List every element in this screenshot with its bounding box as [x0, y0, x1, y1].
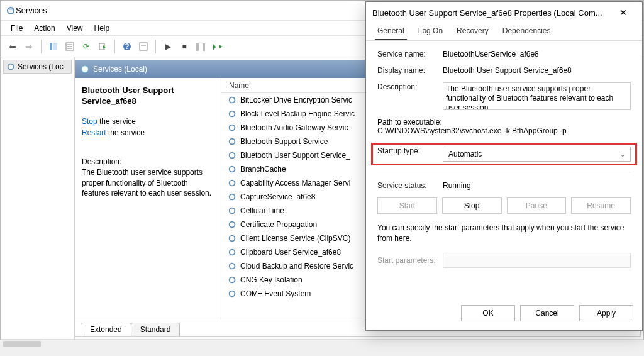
cancel-button[interactable]: Cancel: [520, 305, 574, 321]
service-name: Bluetooth User Support Service_: [240, 151, 350, 160]
svg-point-28: [230, 291, 235, 297]
startup-type-select[interactable]: Automatic ⌄: [443, 147, 631, 162]
value-service-status: Running: [443, 181, 631, 190]
pause-button[interactable]: Pause: [507, 197, 567, 214]
value-path: C:\WINDOWS\system32\svchost.exe -k BthAp…: [377, 126, 631, 135]
svg-point-12: [8, 64, 14, 70]
gear-icon: [228, 179, 236, 187]
close-button[interactable]: ✕: [611, 3, 636, 22]
svg-point-22: [230, 208, 235, 214]
svg-point-26: [230, 264, 235, 269]
start-button[interactable]: Start: [377, 197, 437, 214]
svg-rect-10: [140, 43, 147, 50]
value-service-name: BluetoothUserService_af6e8: [443, 50, 631, 58]
menu-action[interactable]: Action: [34, 24, 55, 33]
svg-point-13: [82, 67, 88, 72]
service-name: Cellular Time: [240, 206, 284, 215]
svg-point-25: [230, 250, 235, 255]
label-display-name: Display name:: [377, 66, 443, 75]
service-name: Bluetooth Support Service: [240, 137, 328, 146]
gear-icon: [228, 96, 236, 104]
menu-file[interactable]: File: [11, 24, 23, 33]
gear-icon: [80, 65, 89, 74]
svg-point-24: [230, 236, 235, 242]
stop-link[interactable]: Stop: [82, 117, 97, 126]
svg-point-15: [230, 111, 235, 117]
value-display-name: Bluetooth User Support Service_af6e8: [443, 66, 631, 75]
tab-logon[interactable]: Log On: [416, 23, 445, 40]
gear-icon: [228, 123, 236, 132]
nav-label: Services (Loc: [18, 62, 64, 71]
back-button[interactable]: ⬅: [6, 40, 19, 53]
gear-icon: [228, 192, 236, 201]
startup-type-value: Automatic: [448, 150, 482, 159]
ok-button[interactable]: OK: [461, 305, 515, 321]
svg-point-18: [230, 153, 235, 159]
svg-point-16: [230, 125, 235, 131]
startup-type-highlight: Startup type: Automatic ⌄: [377, 143, 631, 165]
nav-pane: Services (Loc: [1, 57, 75, 339]
gear-icon: [228, 165, 236, 174]
tab-recovery[interactable]: Recovery: [454, 23, 491, 40]
description-text: The Bluetooth user service supports prop…: [82, 167, 214, 199]
export-button[interactable]: [96, 40, 109, 53]
label-start-params: Start parameters:: [377, 256, 443, 265]
svg-point-17: [230, 139, 235, 145]
nav-services-local[interactable]: Services (Loc: [3, 60, 72, 74]
restart-service-button[interactable]: ⏵▶: [210, 40, 224, 53]
dialog-tabs: General Log On Recovery Dependencies: [366, 23, 642, 41]
pause-service-button[interactable]: ❚❚: [194, 40, 208, 53]
selected-service-title: Bluetooth User Support Service_af6e8: [82, 86, 214, 107]
gear-icon: [228, 234, 236, 243]
svg-point-21: [230, 194, 235, 200]
stop-button[interactable]: Stop: [442, 197, 502, 214]
gear-icon: [228, 248, 236, 257]
toolbar-props2-button[interactable]: [136, 40, 150, 53]
start-params-input: [443, 253, 631, 268]
horizontal-scrollbar[interactable]: [1, 339, 643, 349]
detail-panel: Bluetooth User Support Service_af6e8 Sto…: [75, 78, 221, 320]
properties-dialog: Bluetooth User Support Service_af6e8 Pro…: [365, 1, 643, 331]
window-title: Services: [16, 6, 47, 15]
content-header-text: Services (Local): [93, 65, 147, 74]
restart-link[interactable]: Restart: [82, 128, 106, 137]
forward-button[interactable]: ➡: [22, 40, 36, 53]
svg-rect-2: [53, 43, 57, 50]
gear-icon: [228, 262, 236, 270]
gear-icon: [228, 137, 236, 146]
start-params-hint: You can specify the start parameters tha…: [377, 223, 631, 244]
show-hide-tree-button[interactable]: [47, 40, 60, 53]
svg-rect-1: [50, 43, 52, 50]
resume-button[interactable]: Resume: [571, 197, 631, 214]
gear-icon: [6, 62, 15, 71]
service-name: Block Level Backup Engine Servic: [240, 109, 355, 118]
stop-service-button[interactable]: ■: [177, 40, 191, 53]
service-name: BranchCache: [240, 165, 286, 174]
properties-button[interactable]: [63, 40, 77, 53]
tab-dependencies[interactable]: Dependencies: [500, 23, 553, 40]
dialog-titlebar: Bluetooth User Support Service_af6e8 Pro…: [366, 2, 642, 23]
help-button[interactable]: ?: [120, 40, 134, 53]
gear-icon: [228, 151, 236, 160]
tab-general[interactable]: General: [375, 23, 407, 40]
apply-button[interactable]: Apply: [579, 305, 633, 321]
menu-view[interactable]: View: [67, 24, 83, 33]
dialog-title: Bluetooth User Support Service_af6e8 Pro…: [372, 8, 611, 18]
refresh-button[interactable]: ⟳: [79, 40, 93, 53]
svg-text:?: ?: [125, 42, 129, 51]
service-name: CNG Key Isolation: [240, 275, 303, 284]
description-label: Description:: [82, 157, 214, 166]
service-name: Certificate Propagation: [240, 220, 317, 229]
start-service-button[interactable]: ▶: [161, 40, 175, 53]
menu-help[interactable]: Help: [94, 24, 110, 33]
service-name: Bluetooth Audio Gateway Servic: [240, 123, 348, 132]
label-path: Path to executable:: [377, 118, 631, 126]
gear-icon: [228, 275, 236, 284]
svg-point-27: [230, 277, 235, 283]
description-textbox[interactable]: The Bluetooth user service supports prop…: [443, 82, 631, 110]
svg-point-20: [230, 181, 235, 186]
svg-point-19: [230, 167, 235, 172]
gear-icon: [228, 109, 236, 118]
tab-standard[interactable]: Standard: [131, 323, 180, 336]
tab-extended[interactable]: Extended: [80, 323, 131, 336]
